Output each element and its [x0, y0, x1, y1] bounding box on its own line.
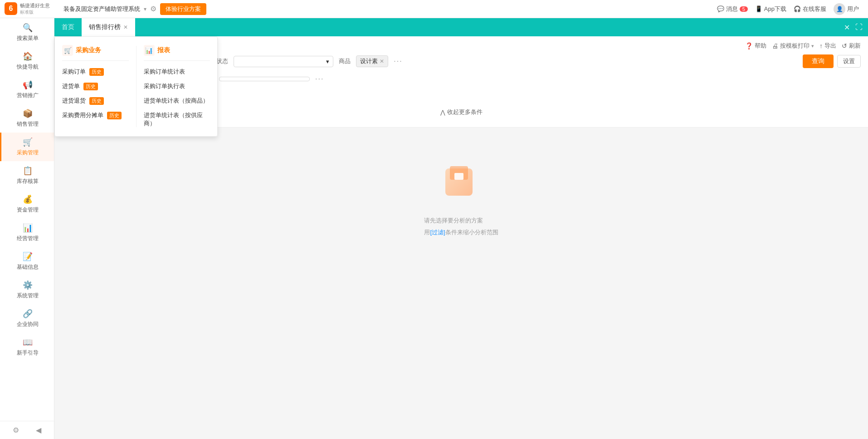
sidebar-label-search: 搜索菜单 — [17, 35, 39, 42]
export-icon: ↑ — [819, 42, 823, 49]
headset-icon: 🎧 — [794, 5, 801, 12]
sidebar-item-marketing[interactable]: 📢 营销推广 — [0, 75, 54, 104]
sidebar-label-basic: 基础信息 — [17, 263, 39, 271]
system-icon: ⚙️ — [23, 280, 33, 290]
marketing-icon: 📢 — [23, 80, 33, 90]
sidebar-item-enterprise[interactable]: 🔗 企业协同 — [0, 304, 54, 333]
tab-expand-action[interactable]: ⛶ — [853, 21, 864, 33]
goods-tag-close[interactable]: ✕ — [380, 58, 384, 64]
dropdown-item-purchase-expense[interactable]: 采购费用分摊单 历史 — [62, 108, 129, 123]
salesperson-more-btn[interactable]: ··· — [315, 75, 324, 83]
app-download-btn[interactable]: 📱 App下载 — [755, 5, 786, 13]
system-area: 装备及固定资产辅助管理系统 ▾ ⚙ 体验行业方案 — [63, 3, 717, 15]
dropdown-item-purchase-order-stat[interactable]: 采购订单统计表 — [144, 64, 210, 79]
industry-button[interactable]: 体验行业方案 — [160, 3, 206, 15]
query-button[interactable]: 查询 — [803, 54, 834, 68]
setting-button[interactable]: 设置 — [837, 55, 861, 68]
refresh-btn[interactable]: ↺ 刷新 — [842, 42, 861, 50]
purchase-order-exec-label: 采购订单执行表 — [144, 82, 185, 90]
tab-close-action[interactable]: ✕ — [842, 21, 852, 34]
report-col-icon: 📊 — [144, 45, 155, 56]
collapse-up-icon: ⋀ — [440, 109, 445, 116]
online-service-label: 在线客服 — [803, 5, 826, 13]
toolbar-right: ❓ 帮助 🖨 按模板打印 ▾ ↑ 导出 ↺ 刷新 — [745, 42, 861, 50]
logo-area: 6 畅捷通好生意 标准版 — [5, 2, 59, 15]
empty-hint1-text: 请先选择要分析的方案 — [424, 215, 498, 227]
goods-return-label: 进货退货 — [62, 97, 86, 105]
tab-bar-actions: ✕ ⛶ — [842, 21, 868, 34]
dropdown-item-purchase-order[interactable]: 采购订单 历史 — [62, 64, 129, 79]
phone-icon: 📱 — [755, 5, 762, 12]
sidebar-item-purchase[interactable]: 🛒 采购管理 — [0, 133, 54, 161]
basic-icon: 📝 — [23, 252, 33, 261]
top-bar-right: 💬 消息 5 📱 App下载 🎧 在线客服 👤 用户 — [717, 3, 859, 15]
empty-state: 请先选择要分析的方案 用[过滤]条件来缩小分析范围 — [54, 128, 868, 275]
empty-icon — [439, 164, 484, 209]
message-btn[interactable]: 💬 消息 5 — [717, 5, 748, 13]
voucher-status-select[interactable]: ▾ — [234, 56, 333, 67]
enterprise-icon: 🔗 — [23, 309, 33, 319]
empty-hint2-text: 用[过滤]条件来缩小分析范围 — [424, 227, 498, 238]
dropdown-item-goods-in-stat-supplier[interactable]: 进货单统计表（按供应商） — [144, 108, 210, 131]
purchase-col-icon: 🛒 — [62, 45, 73, 56]
purchase-title-text: 采购业务 — [76, 46, 101, 54]
goods-label: 商品 — [339, 57, 351, 65]
sidebar-item-guide[interactable]: 📖 新手引导 — [0, 333, 54, 361]
report-col: 📊 报表 采购订单统计表 采购订单执行表 进货单统计表（按商品） 进货单统计表（… — [137, 42, 218, 131]
tab-home[interactable]: 首页 — [54, 18, 82, 36]
purchase-col: 🛒 采购业务 采购订单 历史 进货单 历史 进货退货 历史 采购费用分摊单 历史 — [55, 42, 136, 131]
tab-sales-rank[interactable]: 销售排行榜 ✕ — [82, 18, 135, 36]
tab-sales-rank-label: 销售排行榜 — [89, 23, 121, 31]
empty-hint-1: 请先选择要分析的方案 用[过滤]条件来缩小分析范围 — [424, 215, 498, 238]
home-icon: 🏠 — [23, 51, 33, 61]
sidebar-label-purchase: 采购管理 — [17, 149, 39, 157]
purchase-order-stat-label: 采购订单统计表 — [144, 68, 185, 76]
settings-bottom-icon[interactable]: ⚙ — [13, 426, 19, 434]
message-icon: 💬 — [717, 5, 724, 12]
message-badge: 5 — [740, 6, 748, 12]
print-icon: 🖨 — [772, 42, 778, 49]
collapse-label: 收起更多条件 — [447, 108, 483, 116]
sidebar-item-sales[interactable]: 📦 销售管理 — [0, 104, 54, 133]
goods-in-history: 历史 — [83, 83, 98, 90]
salesperson-select[interactable] — [219, 77, 310, 81]
dropdown-item-goods-in-stat-goods[interactable]: 进货单统计表（按商品） — [144, 94, 210, 108]
print-dropdown-arrow[interactable]: ▾ — [811, 43, 814, 49]
sidebar-item-search[interactable]: 🔍 搜索菜单 — [0, 18, 54, 47]
dropdown-item-goods-return[interactable]: 进货退货 历史 — [62, 94, 129, 108]
avatar: 👤 — [834, 3, 845, 15]
goods-tag-value: 设计素 — [360, 57, 378, 65]
logo-edition: 标准版 — [20, 9, 50, 15]
settings-icon[interactable]: ⚙ — [150, 5, 156, 13]
collapse-btn[interactable]: ⋀ 收起更多条件 — [440, 104, 483, 120]
system-dropdown-arrow[interactable]: ▾ — [144, 6, 146, 12]
export-btn[interactable]: ↑ 导出 — [819, 42, 836, 50]
sidebar-item-system[interactable]: ⚙️ 系统管理 — [0, 276, 54, 304]
collapse-sidebar-icon[interactable]: ◀ — [36, 426, 41, 434]
user-btn[interactable]: 👤 用户 — [834, 3, 859, 15]
sidebar-item-nav[interactable]: 🏠 快捷导航 — [0, 47, 54, 75]
sidebar-item-operation[interactable]: 📊 经营管理 — [0, 218, 54, 247]
sidebar-item-finance[interactable]: 💰 资金管理 — [0, 190, 54, 218]
purchase-expense-label: 采购费用分摊单 — [62, 111, 103, 119]
sidebar-item-inventory[interactable]: 📋 库存核算 — [0, 161, 54, 190]
inventory-icon: 📋 — [23, 166, 33, 176]
refresh-icon: ↺ — [842, 42, 847, 49]
help-btn[interactable]: ❓ 帮助 — [745, 42, 766, 50]
purchase-order-label: 采购订单 — [62, 68, 86, 76]
dropdown-item-purchase-order-exec[interactable]: 采购订单执行表 — [144, 79, 210, 94]
sidebar-label-inventory: 库存核算 — [17, 178, 39, 185]
goods-more-btn[interactable]: ··· — [394, 57, 402, 65]
sidebar-label-marketing: 营销推广 — [17, 92, 39, 99]
sidebar-bottom: ⚙ ◀ — [0, 421, 54, 439]
tab-close-icon[interactable]: ✕ — [123, 24, 128, 30]
sidebar-item-basic[interactable]: 📝 基础信息 — [0, 247, 54, 276]
voucher-status-arrow: ▾ — [326, 58, 329, 65]
purchase-icon: 🛒 — [23, 137, 33, 147]
empty-illustration — [439, 164, 479, 205]
purchase-expense-history: 历史 — [107, 112, 122, 119]
help-label: 帮助 — [755, 42, 766, 50]
dropdown-item-goods-in[interactable]: 进货单 历史 — [62, 79, 129, 94]
print-btn[interactable]: 🖨 按模板打印 ▾ — [772, 42, 814, 50]
online-service-btn[interactable]: 🎧 在线客服 — [794, 5, 826, 13]
